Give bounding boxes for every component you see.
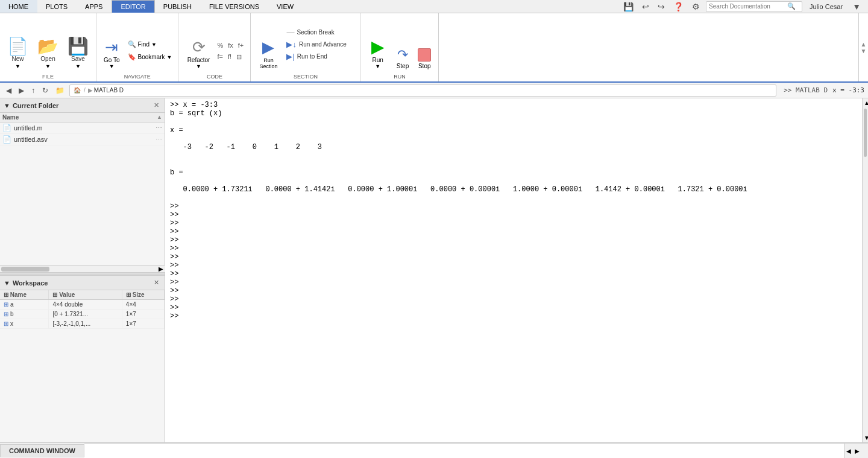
bookmark-dropdown-icon[interactable]: ▼ <box>167 54 172 60</box>
path-separator-1: / <box>84 87 86 94</box>
ws-row-x[interactable]: ⊞x [-3,-2,-1,0,1,... 1×7 <box>0 319 165 329</box>
refactor-label: Refactor <box>187 57 210 63</box>
code-group-label: CODE <box>178 74 250 80</box>
vscroll-up-btn[interactable]: ▲ <box>863 98 868 107</box>
path-bar[interactable]: 🏠 / ▶ MATLAB D <box>69 84 776 97</box>
panel-triangle-icon: ▼ <box>4 102 10 109</box>
menu-file-versions[interactable]: FILE VERSIONS <box>201 0 268 13</box>
ribbon-group-file: 📄 New ▼ 📂 Open ▼ 💾 Save ▼ FILE <box>0 13 96 81</box>
cmd-vscroll[interactable]: ▲ ▼ <box>862 98 868 442</box>
settings-icon-btn[interactable]: ⚙ <box>690 1 702 13</box>
menu-apps[interactable]: APPS <box>77 0 112 13</box>
search-box[interactable]: 🔍 <box>706 1 802 12</box>
file-name-0: untitled.m <box>14 124 156 132</box>
run-dropdown-icon[interactable]: ▼ <box>375 63 380 69</box>
ribbon-group-section: ▶ Run Section — Section Break ▶↓ Run and… <box>251 13 360 81</box>
ws-col-value[interactable]: ⊞ Value <box>49 290 122 300</box>
help-icon-btn[interactable]: ❓ <box>671 1 686 13</box>
ws-row-b[interactable]: ⊞b [0 + 1.7321... 1×7 <box>0 310 165 319</box>
refresh-button[interactable]: ↻ <box>40 85 51 96</box>
menu-home[interactable]: HOME <box>0 0 37 13</box>
open-icon: 📂 <box>37 38 58 55</box>
find-button[interactable]: 🔍 Find ▼ <box>125 39 175 49</box>
file-panel-hscroll-thumb[interactable] <box>1 267 49 272</box>
new-dropdown-icon[interactable]: ▼ <box>15 63 20 69</box>
command-output[interactable]: >> x = -3:3 b = sqrt (x) x = -3 -2 -1 0 … <box>165 98 862 442</box>
back-button[interactable]: ◀ <box>4 85 14 96</box>
up-button[interactable]: ↑ <box>29 85 37 96</box>
command-window-tab[interactable]: COMMAND WINDOW <box>0 444 84 457</box>
search-input[interactable] <box>709 3 787 10</box>
find-dropdown-icon[interactable]: ▼ <box>151 42 157 48</box>
file-item-0[interactable]: 📄 untitled.m ⋯ <box>0 122 165 134</box>
stop-icon <box>418 48 431 62</box>
open-dropdown-icon[interactable]: ▼ <box>45 63 51 69</box>
ws-row-a[interactable]: ⊞a 4×4 double 4×4 <box>0 300 165 310</box>
refactor-dropdown-icon[interactable]: ▼ <box>196 63 201 69</box>
code-btn-4[interactable]: f= <box>215 52 224 62</box>
file-panel-hscroll[interactable]: ▶ <box>0 265 165 272</box>
code-btn-2[interactable]: fx <box>226 40 235 50</box>
file-more-1[interactable]: ⋯ <box>156 136 162 144</box>
vscroll-down-btn[interactable]: ▼ <box>863 433 868 442</box>
current-folder-title: ▼ Current Folder <box>4 102 58 109</box>
run-group-label: RUN <box>360 74 438 80</box>
user-dropdown-icon[interactable]: ▼ <box>850 1 863 13</box>
code-btn-1[interactable]: % <box>215 40 225 50</box>
current-folder-close[interactable]: ✕ <box>152 101 161 110</box>
ribbon-scroll-up[interactable]: ▲ <box>859 41 868 48</box>
workspace-title: ▼ Workspace <box>4 279 48 287</box>
run-section-button[interactable]: ▶ Run Section <box>254 36 282 72</box>
browse-button[interactable]: 📁 <box>53 85 67 96</box>
file-item-1[interactable]: 📄 untitled.asv ⋯ <box>0 134 165 145</box>
ws-col-icon-2: ⊞ <box>126 291 131 298</box>
workspace-close[interactable]: ✕ <box>152 278 161 287</box>
stop-button[interactable]: Stop <box>414 46 435 72</box>
save-label: Save <box>71 56 85 63</box>
redo-icon-btn[interactable]: ↪ <box>655 1 667 13</box>
menu-bar: HOME PLOTS APPS EDITOR PUBLISH FILE VERS… <box>0 0 868 13</box>
menu-plots[interactable]: PLOTS <box>37 0 77 13</box>
vscroll-thumb[interactable] <box>864 109 867 157</box>
refactor-icon: ⟳ <box>192 38 206 57</box>
goto-dropdown-icon[interactable]: ▼ <box>109 63 115 69</box>
run-and-advance-button[interactable]: ▶↓ Run and Advance <box>284 39 356 50</box>
file-icon-0: 📄 <box>2 124 11 132</box>
code-btn-5[interactable]: f! <box>226 52 233 62</box>
step-icon: ↷ <box>397 47 408 63</box>
path-separator-2: ▶ <box>88 87 93 94</box>
ws-col-name[interactable]: ⊞ Name <box>0 290 49 300</box>
run-button[interactable]: ▶ Run ▼ <box>365 34 391 72</box>
save-dropdown-icon[interactable]: ▼ <box>75 63 81 69</box>
forward-button[interactable]: ▶ <box>16 85 27 96</box>
hscroll-right-btn[interactable]: ▶ <box>853 448 861 454</box>
bookmark-button[interactable]: 🔖 Bookmark ▼ <box>125 52 175 62</box>
code-btn-6[interactable]: ⊟ <box>234 52 244 62</box>
section-break-button[interactable]: — Section Break <box>284 27 356 38</box>
ws-var-icon-a: ⊞ <box>4 301 8 308</box>
hscroll-left-btn[interactable]: ◀ <box>844 448 853 454</box>
menu-editor[interactable]: EDITOR <box>112 0 154 13</box>
code-btn-3[interactable]: f+ <box>236 40 245 50</box>
run-section-label: Run Section <box>259 57 277 69</box>
save-button[interactable]: 💾 Save ▼ <box>64 36 92 72</box>
goto-button[interactable]: ⇥ Go To ▼ <box>100 36 124 72</box>
undo-icon-btn[interactable]: ↩ <box>640 1 652 13</box>
step-button[interactable]: ↷ Step <box>393 45 413 72</box>
ws-col-size[interactable]: ⊞ Size <box>122 290 164 300</box>
refactor-button[interactable]: ⟳ Refactor ▼ <box>184 36 214 72</box>
file-col-name-header[interactable]: Name <box>0 113 154 122</box>
save-icon-btn[interactable]: 💾 <box>621 1 636 13</box>
file-more-0[interactable]: ⋯ <box>156 124 162 132</box>
ribbon-scroll-down[interactable]: ▼ <box>859 48 868 54</box>
open-button[interactable]: 📂 Open ▼ <box>34 36 62 72</box>
user-button[interactable]: Julio Cesar <box>806 2 846 11</box>
file-group-label: FILE <box>0 74 96 80</box>
new-button[interactable]: 📄 New ▼ <box>4 36 32 72</box>
main-area: ▼ Current Folder ✕ Name ▲ 📄 untitled.m <box>0 98 868 442</box>
left-panel: ▼ Current Folder ✕ Name ▲ 📄 untitled.m <box>0 98 165 442</box>
menu-publish[interactable]: PUBLISH <box>155 0 201 13</box>
menu-view[interactable]: VIEW <box>268 0 303 13</box>
file-icon-1: 📄 <box>2 135 11 144</box>
run-to-end-button[interactable]: ▶| Run to End <box>284 51 356 62</box>
